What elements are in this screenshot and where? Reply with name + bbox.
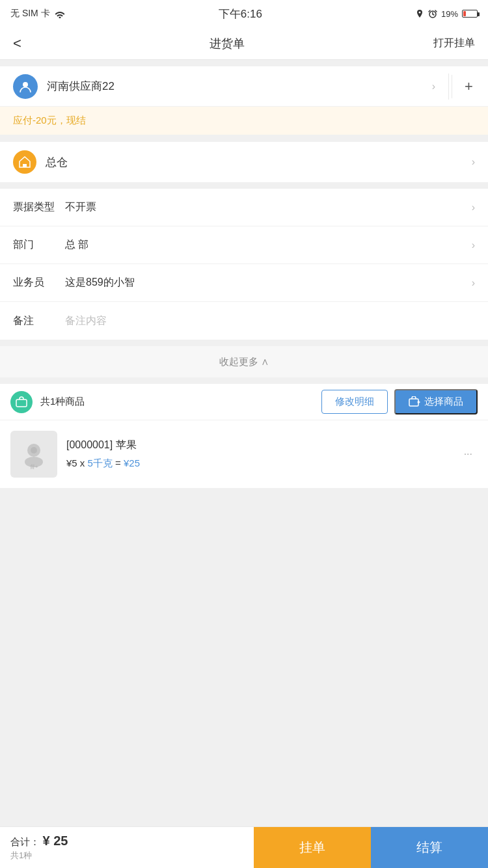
equals-sign: = — [115, 457, 124, 468]
svg-rect-4 — [409, 399, 418, 406]
remark-input[interactable]: 备注内容 — [65, 314, 475, 328]
location-icon — [415, 9, 424, 18]
remark-label: 备注 — [13, 314, 65, 328]
invoice-type-value: 不开票 — [65, 200, 472, 214]
item-total: ¥25 — [124, 457, 140, 468]
product-name: [0000001] 苹果 — [66, 439, 459, 452]
total-row: 合计： ¥ 25 — [10, 834, 243, 848]
wifi-icon — [54, 9, 66, 18]
product-item: 督+ [0000001] 苹果 ¥5 x 5千克 = ¥25 ··· — [0, 420, 488, 489]
suspend-button[interactable]: 挂单 — [254, 827, 371, 869]
department-value: 总 部 — [65, 238, 472, 252]
balance-notice: 应付-20元，现结 — [0, 107, 488, 135]
status-bar: 无 SIM 卡 下午6:16 19% — [0, 0, 488, 27]
product-more-button[interactable]: ··· — [459, 443, 478, 465]
alarm-icon — [428, 9, 437, 18]
warehouse-chevron-icon: › — [472, 156, 475, 168]
product-thumb-icon: 督+ — [17, 437, 51, 471]
salesman-chevron-icon: › — [472, 277, 475, 289]
status-icons: 19% — [415, 9, 478, 19]
svg-text:督+: 督+ — [30, 464, 38, 470]
product-section: 共1种商品 修改明细 选择商品 督+ — [0, 384, 488, 489]
svg-point-1 — [23, 82, 28, 87]
product-price: ¥5 x 5千克 = ¥25 — [66, 457, 459, 470]
multiply-sign: x — [80, 457, 88, 468]
unit-price: ¥5 — [66, 457, 77, 468]
quantity: 5千克 — [88, 457, 113, 468]
bottom-bar: 合计： ¥ 25 共1种 挂单 结算 — [0, 826, 488, 868]
total-amount: ¥ 25 — [42, 834, 68, 848]
select-product-label: 选择商品 — [424, 396, 463, 408]
total-count: 共1种 — [10, 850, 243, 861]
spacer-1 — [0, 60, 488, 66]
supplier-section[interactable]: 河南供应商22 › + — [0, 66, 488, 107]
supplier-name: 河南供应商22 — [47, 79, 432, 94]
department-chevron-icon: › — [472, 239, 475, 251]
status-carrier: 无 SIM 卡 — [10, 8, 66, 20]
salesman-label: 业务员 — [13, 276, 65, 290]
add-supplier-button[interactable]: + — [452, 75, 475, 98]
divider-vertical — [448, 74, 449, 100]
nav-bar: < 进货单 打开挂单 — [0, 27, 488, 60]
product-icon — [10, 391, 33, 413]
collapse-row[interactable]: 收起更多 ∧ — [0, 346, 488, 377]
supplier-chevron-icon: › — [432, 81, 435, 92]
product-header: 共1种商品 修改明细 选择商品 — [0, 384, 488, 420]
svg-rect-3 — [16, 400, 27, 407]
collapse-label: 收起更多 ∧ — [219, 356, 269, 368]
page-title: 进货单 — [210, 36, 245, 51]
home-icon — [18, 156, 31, 169]
modify-detail-button[interactable]: 修改明细 — [321, 390, 388, 414]
invoice-chevron-icon: › — [472, 202, 475, 213]
form-section: 票据类型 不开票 › 部门 总 部 › 业务员 这是859的小智 › 备注 备注… — [0, 189, 488, 340]
svg-rect-2 — [23, 164, 27, 167]
warehouse-icon — [13, 150, 36, 174]
battery-icon — [462, 10, 478, 18]
checkout-button[interactable]: 结算 — [371, 827, 488, 869]
battery-text: 19% — [441, 9, 458, 19]
salesman-value: 这是859的小智 — [65, 276, 472, 290]
svg-point-7 — [31, 447, 37, 454]
status-time: 下午6:16 — [219, 7, 262, 21]
product-title: 苹果 — [116, 439, 137, 450]
remark-row[interactable]: 备注 备注内容 — [0, 302, 488, 340]
select-icon — [409, 396, 420, 408]
total-label: 合计： — [10, 836, 40, 847]
select-product-button[interactable]: 选择商品 — [394, 389, 478, 414]
invoice-type-row[interactable]: 票据类型 不开票 › — [0, 189, 488, 226]
carrier-text: 无 SIM 卡 — [10, 8, 50, 20]
supplier-avatar — [13, 74, 38, 99]
department-label: 部门 — [13, 238, 65, 252]
spacer-2 — [0, 135, 488, 142]
warehouse-section[interactable]: 总仓 › — [0, 142, 488, 182]
product-info: [0000001] 苹果 ¥5 x 5千克 = ¥25 — [66, 439, 459, 470]
main-content: 河南供应商22 › + 应付-20元，现结 总仓 › 票据类型 不开票 › 部门… — [0, 60, 488, 530]
total-section: 合计： ¥ 25 共1种 — [0, 834, 254, 861]
open-pending-button[interactable]: 打开挂单 — [433, 36, 475, 50]
avatar-icon — [18, 79, 33, 94]
product-count: 共1种商品 — [40, 396, 321, 408]
invoice-type-label: 票据类型 — [13, 200, 65, 214]
department-row[interactable]: 部门 总 部 › — [0, 226, 488, 264]
product-code: [0000001] — [66, 439, 113, 450]
product-thumbnail: 督+ — [10, 431, 57, 478]
back-button[interactable]: < — [13, 35, 21, 52]
warehouse-name: 总仓 — [46, 155, 472, 170]
salesman-row[interactable]: 业务员 这是859的小智 › — [0, 264, 488, 302]
cart-icon — [15, 396, 28, 409]
